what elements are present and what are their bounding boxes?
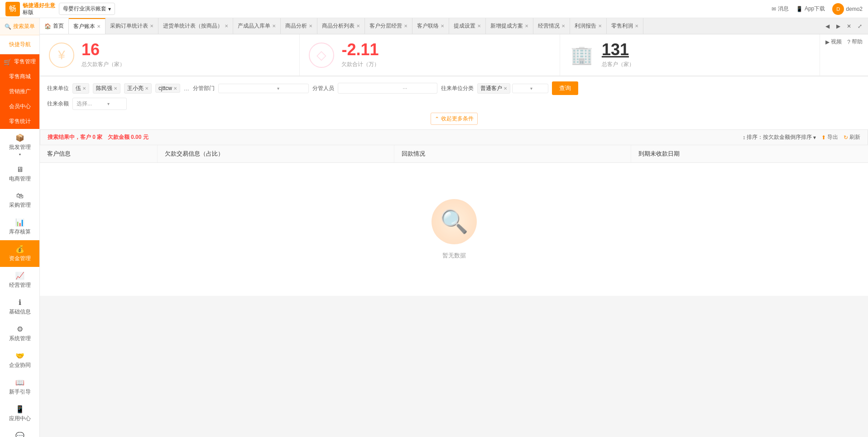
balance-select-arrow: ▾ [107, 101, 123, 106]
video-link[interactable]: ▶ 视频 [825, 38, 842, 46]
messages-btn[interactable]: ✉ 消息 [772, 5, 789, 13]
store-selector-arrow: ▾ [108, 6, 111, 12]
tab-maximize[interactable]: ⤢ [855, 22, 864, 31]
export-btn[interactable]: ⬆ 导出 [821, 133, 838, 141]
tab-retail-profit-close[interactable]: ✕ [635, 24, 638, 28]
tab-scroll-left[interactable]: ◀ [823, 22, 832, 31]
sidebar-item-operation[interactable]: 📈 经营管理 [0, 267, 39, 294]
retail-label: 零售管理 [14, 58, 36, 66]
query-button[interactable]: 查询 [552, 81, 578, 95]
store-selector[interactable]: 母婴行业演示账套 ▾ [59, 3, 115, 15]
filter-more-btn[interactable]: ... [184, 85, 189, 92]
tab-home[interactable]: 🏠 首页 [40, 18, 69, 34]
tab-profit-report[interactable]: 利润报告 ✕ [570, 18, 607, 34]
sidebar-item-finance[interactable]: 💰 资金管理 [0, 240, 39, 267]
sidebar-item-member[interactable]: 会员中心 [0, 99, 39, 114]
tab-production-inbound[interactable]: 产成品入库单 ✕ [233, 18, 281, 34]
sidebar-item-ecommerce[interactable]: 🖥 电商管理 [0, 161, 39, 187]
tab-add-achievement-close[interactable]: ✕ [525, 24, 528, 28]
sort-btn[interactable]: ↕ 排序：按欠款金额倒序排序 ▾ [743, 133, 816, 141]
sidebar-item-basic-info[interactable]: ℹ 基础信息 [0, 294, 39, 320]
tab-incoming-stats[interactable]: 进货单统计表（按商品） ✕ [158, 18, 233, 34]
quick-nav[interactable]: 快捷导航 [0, 35, 39, 54]
sidebar-item-retail-header[interactable]: 🛒 零售管理 [0, 54, 39, 69]
sidebar-item-app-center[interactable]: 📱 应用中心 [0, 400, 39, 427]
tab-customer-contact-close[interactable]: ✕ [441, 24, 444, 28]
sidebar-search[interactable]: 🔍 搜索菜单 [0, 18, 39, 35]
person-select-more[interactable]: ··· [403, 85, 433, 91]
tab-retail-profit-label: 零售利润 [611, 22, 633, 30]
enterprise-coop-icon: 🤝 [15, 352, 24, 360]
filter-tag-company-4-close[interactable]: ✕ [173, 86, 177, 91]
tab-customer-contact[interactable]: 客户联络 ✕ [412, 18, 449, 34]
tab-customer-book-close[interactable]: ✕ [97, 24, 101, 29]
sidebar-item-retail-stats[interactable]: 零售统计 [0, 114, 39, 129]
person-filter-label: 分管人员 [312, 85, 334, 92]
filter-area: 往来单位 伍 ✕ 陈民强 ✕ 王小亮 ✕ cjttcw [40, 77, 868, 129]
sidebar-item-system[interactable]: ⚙ 系统管理 [0, 320, 39, 347]
tab-customer-book[interactable]: 客户账本 ✕ [69, 18, 106, 34]
filter-tag-company-2-close[interactable]: ✕ [114, 86, 117, 91]
sidebar-item-purchase[interactable]: 🛍 采购管理 [0, 187, 39, 214]
tab-goods-analysis-list-close[interactable]: ✕ [356, 24, 360, 28]
refresh-btn[interactable]: ↻ 刷新 [844, 133, 860, 141]
tab-customer-layered-close[interactable]: ✕ [404, 24, 408, 28]
app-download-btn[interactable]: 📱 App下载 [796, 5, 825, 13]
retail-icon: 🛒 [4, 58, 11, 66]
tab-close-all[interactable]: ✕ [844, 22, 854, 31]
tab-operation-status-label: 经营情况 [538, 22, 560, 30]
filter-row-1: 往来单位 伍 ✕ 陈民强 ✕ 王小亮 ✕ cjttcw [47, 81, 861, 95]
dept-select[interactable]: ▾ [218, 84, 309, 93]
filter-tag-company-1-close[interactable]: ✕ [82, 86, 86, 91]
user-area[interactable]: D demo2 [832, 3, 863, 15]
sidebar-item-enterprise-coop[interactable]: 🤝 企业协同 [0, 347, 39, 374]
sidebar-item-enterprise-wechat[interactable]: 💬 企业微信 [0, 427, 39, 437]
finance-icon: 💰 [15, 245, 24, 253]
sidebar-item-newbie[interactable]: 📖 新手引导 [0, 374, 39, 400]
collapse-btn[interactable]: ⌃ 收起更多条件 [431, 113, 478, 125]
company-type-select-extra[interactable]: ▾ [512, 84, 548, 93]
tab-push-settings[interactable]: 提成设置 ✕ [449, 18, 486, 34]
tab-customer-book-label: 客户账本 [73, 23, 95, 30]
tab-profit-report-close[interactable]: ✕ [598, 24, 602, 28]
tab-purchase-order[interactable]: 采购订单统计表 ✕ [106, 18, 158, 34]
help-link[interactable]: ? 帮助 [847, 38, 863, 46]
sidebar-item-wholesale[interactable]: 📦 批发管理 ▾ [0, 129, 39, 161]
tab-operation-status-close[interactable]: ✕ [561, 24, 565, 28]
result-prefix: 搜索结果中，客户 [48, 134, 91, 140]
app-download-label: App下载 [805, 5, 825, 13]
wholesale-arrow: ▾ [19, 152, 21, 157]
filter-tag-type-1-close[interactable]: ✕ [504, 86, 507, 91]
filter-tag-company-4: cjttcw ✕ [155, 84, 180, 93]
refresh-icon: ↻ [844, 134, 848, 141]
avatar: D [832, 3, 844, 15]
tab-purchase-order-close[interactable]: ✕ [150, 24, 153, 28]
tab-incoming-stats-close[interactable]: ✕ [225, 24, 228, 28]
stat-total-customers-icon: 🏢 [569, 43, 595, 68]
tab-add-achievement[interactable]: 新增提成方案 ✕ [486, 18, 533, 34]
sidebar-item-retail-mall[interactable]: 零售商城 [0, 69, 39, 84]
filter-tag-company-3-close[interactable]: ✕ [145, 86, 149, 91]
filter-row-2: 往来余额 选择... ▾ [47, 98, 861, 110]
search-icon: 🔍 [5, 24, 11, 30]
tab-goods-analysis-list[interactable]: 商品分析列表 ✕ [317, 18, 365, 34]
tab-operation-status[interactable]: 经营情况 ✕ [533, 18, 570, 34]
play-icon: ▶ [825, 39, 830, 45]
sidebar-item-retail[interactable]: 🛒 零售管理 零售商城 营销推广 会员中心 零售统计 [0, 54, 39, 129]
tab-production-inbound-close[interactable]: ✕ [272, 24, 276, 28]
collapse-icon: ⌃ [435, 116, 439, 122]
brand-name: 畅捷通好生意 [23, 2, 55, 9]
tab-scroll-right[interactable]: ▶ [834, 22, 843, 31]
person-select[interactable]: ··· [338, 83, 437, 94]
tab-goods-analysis-close[interactable]: ✕ [309, 24, 312, 28]
sidebar-item-inventory[interactable]: 📊 库存核算 [0, 214, 39, 240]
sidebar-item-marketing[interactable]: 营销推广 [0, 84, 39, 99]
tab-customer-layered[interactable]: 客户分层经营 ✕ [365, 18, 412, 34]
tab-goods-analysis[interactable]: 商品分析 ✕ [281, 18, 317, 34]
balance-select[interactable]: 选择... ▾ [72, 98, 127, 110]
tab-retail-profit[interactable]: 零售利润 ✕ [607, 18, 643, 34]
finance-label: 资金管理 [9, 255, 31, 262]
tab-push-settings-close[interactable]: ✕ [477, 24, 481, 28]
logo-icon: 畅 [5, 2, 20, 16]
messages-label: 消息 [778, 5, 789, 13]
